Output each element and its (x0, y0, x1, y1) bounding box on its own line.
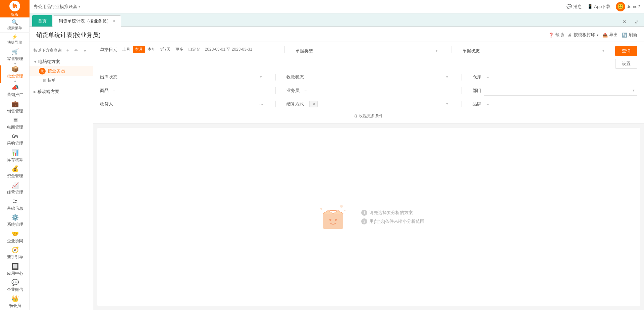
export-btn[interactable]: 📤 导出 (602, 32, 618, 38)
print-arrow: ▾ (597, 33, 598, 37)
sidebar-item-ecommerce[interactable]: 🖥 电商管理 (0, 115, 30, 131)
topbar-title-text: 办公用品行业模拟账套 (34, 4, 77, 10)
empty-num-2: 2 (361, 218, 367, 224)
sidebar-item-sales[interactable]: 💼 销售管理 (0, 99, 30, 115)
tab-close-btn[interactable]: × (113, 19, 115, 23)
edit-scheme-btn[interactable]: ✏ (73, 47, 80, 54)
collapse-panel-btn[interactable]: « (82, 47, 89, 54)
refresh-btn[interactable]: 🔄 刷新 (622, 32, 637, 38)
receipt-status-select[interactable]: ▾ (307, 72, 451, 82)
scheme-dot: 按 (39, 68, 46, 74)
sidebar-item-wholesale[interactable]: 📦 批发管理 ▲ (0, 65, 30, 83)
payment-method-label: 结算方式 (286, 101, 304, 107)
date-tab-this-year[interactable]: 本年 (146, 46, 158, 53)
sidebar-item-system[interactable]: ⚙️ 系统管理 (0, 213, 30, 229)
empty-text-2: 用[过滤]条件来缩小分析范围 (369, 218, 424, 224)
filter-salesperson: 业务员 ··· (286, 88, 451, 94)
doc-status-select[interactable]: ▾ (482, 46, 607, 56)
consignee-input[interactable] (116, 99, 258, 109)
print-label: 按模板打印 (574, 32, 595, 38)
empty-state: 1 请先选择要分析的方案 2 用[过滤]条件来缩小分析范围 (313, 197, 424, 237)
export-icon: 📤 (602, 33, 608, 38)
date-tab-this-month[interactable]: 本月 (133, 46, 145, 53)
filter-brand: 品牌 ··· (473, 101, 637, 107)
add-scheme-btn[interactable]: ＋ (64, 47, 71, 54)
date-tab-7days[interactable]: 近7天 (158, 46, 173, 53)
goods-dots[interactable]: ··· (111, 88, 118, 93)
scheme-by-order-label: 按单 (48, 78, 56, 83)
svg-rect-0 (323, 214, 343, 229)
date-tab-last-month[interactable]: 上月 (120, 46, 132, 53)
svg-point-2 (344, 210, 345, 211)
tab-sales-stat[interactable]: 销货单统计表（按业务员） × (53, 15, 121, 27)
warehouse-dots[interactable]: ··· (484, 74, 491, 80)
tab-home[interactable]: 首页 (32, 15, 52, 27)
finance-icon: 💰 (11, 165, 19, 172)
sidebar-item-base[interactable]: 🗂 基础信息 (0, 196, 30, 212)
scheme-group-mobile-header[interactable]: ▶ 移动端方案 (30, 87, 93, 96)
corp-label: 企业协同 (7, 238, 23, 244)
group-desktop-label: 电脑端方案 (38, 59, 60, 65)
salesperson-dots[interactable]: ··· (302, 88, 309, 93)
date-tab-more[interactable]: 更多 (173, 46, 185, 53)
group-arrow: ▼ (34, 60, 37, 64)
tab-maximize-btn[interactable]: ⤢ (632, 17, 641, 27)
empty-illustration (313, 197, 353, 237)
scheme-sub-item-by-order[interactable]: ⊞ 按单 (30, 76, 93, 85)
divider2 (451, 46, 451, 53)
sidebar-item-appcenter[interactable]: 🔲 应用中心 (0, 261, 30, 277)
finance-label: 资金管理 (7, 173, 23, 179)
query-btn[interactable]: 查询 (615, 46, 637, 56)
newbie-label: 新手引导 (7, 254, 23, 260)
svg-point-4 (329, 219, 331, 221)
sidebar-item-member[interactable]: 👑 畅会员 (0, 294, 30, 310)
collapse-label: 收起更多条件 (359, 113, 383, 119)
out-status-select[interactable]: ▾ (120, 72, 265, 82)
scheme-group-desktop-header[interactable]: ▼ 电脑端方案 (30, 57, 93, 66)
filter-doc-type: 单据类型 ▾ (296, 46, 440, 56)
sidebar-item-purchase[interactable]: 🛍 采购管理 (0, 132, 30, 148)
sidebar-item-retail[interactable]: 🛒 零售管理 ▼ (0, 48, 30, 65)
consignee-dots[interactable]: ··· (258, 101, 265, 107)
app-download-btn[interactable]: 📱 App下载 (587, 4, 610, 10)
warehouse-label: 仓库 (473, 74, 481, 80)
sidebar-item-corp[interactable]: 🤝 企业协同 (0, 229, 30, 245)
empty-line-1: 1 请先选择要分析的方案 (361, 210, 424, 216)
sidebar-item-finance[interactable]: 💰 资金管理 (0, 164, 30, 180)
payment-chip: × (309, 101, 318, 107)
ops-icon: 📈 (11, 182, 19, 189)
tab-close-all-btn[interactable]: ✕ (620, 17, 629, 27)
print-icon: 🖨 (568, 33, 572, 38)
dept-select[interactable]: ▾ (484, 86, 637, 96)
settings-btn[interactable]: 设置 (615, 59, 637, 69)
user-btn[interactable]: 🙂 demo2 (616, 2, 640, 11)
sidebar-quicknav[interactable]: ⚡ 快捷导航 (0, 33, 30, 46)
doc-status-label: 单据状态 (462, 48, 480, 54)
receipt-status-label: 收款状态 (286, 74, 304, 80)
system-icon: ⚙️ (11, 214, 19, 221)
sidebar-item-corpwx[interactable]: 💬 企业微信 (0, 277, 30, 294)
payment-method-select[interactable]: × ▾ (307, 99, 451, 109)
member-label: 畅会员 (9, 303, 21, 309)
sidebar-item-operations[interactable]: 📈 经营管理 (0, 180, 30, 196)
sidebar: 畅 标版 🔍 搜索菜单 ⚡ 快捷导航 🛒 零售管理 ▼ 📦 批发管理 ▲ 📣 营… (0, 0, 30, 310)
help-btn[interactable]: ❓ 帮助 (548, 32, 564, 38)
collapse-btn[interactable]: ⟨⟨ 收起更多条件 (100, 111, 637, 119)
sidebar-item-inventory[interactable]: 📊 库存核算 (0, 148, 30, 164)
sidebar-item-marketing[interactable]: 📣 营销推广 (0, 83, 30, 99)
sidebar-item-newbie[interactable]: 🧭 新手引导 (0, 245, 30, 261)
brand-dots[interactable]: ··· (484, 101, 491, 107)
topbar-dropdown-arrow[interactable]: ▾ (78, 5, 80, 8)
main-area: 办公用品行业模拟账套 ▾ 💬 消息 📱 App下载 🙂 demo2 首页 (30, 0, 644, 310)
search-label: 搜索菜单 (7, 25, 22, 31)
date-tab-custom[interactable]: 自定义 (186, 46, 202, 53)
scheme-item-by-salesperson[interactable]: 按 按业务员 (30, 66, 93, 76)
filter-consignee: 收货人 ··· (100, 99, 265, 109)
chip-close-btn[interactable]: × (313, 102, 315, 106)
refresh-label: 刷新 (629, 32, 637, 38)
doc-type-select[interactable]: ▾ (316, 46, 440, 56)
message-btn[interactable]: 💬 消息 (567, 4, 582, 10)
sidebar-search[interactable]: 🔍 搜索菜单 (0, 17, 30, 33)
svg-point-1 (320, 208, 322, 210)
print-btn[interactable]: 🖨 按模板打印 ▾ (568, 32, 598, 38)
